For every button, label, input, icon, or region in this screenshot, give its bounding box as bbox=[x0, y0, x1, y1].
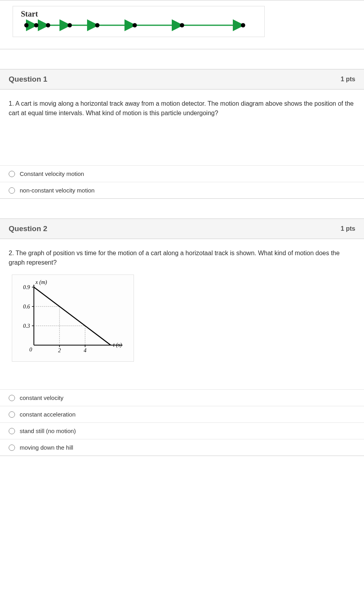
q2-option-3[interactable]: moving down the hill bbox=[0, 439, 364, 456]
q1-radio-1[interactable] bbox=[9, 187, 15, 194]
q2-radio-2[interactable] bbox=[9, 428, 15, 434]
question-2-text: 2. The graph of position vs time for the… bbox=[9, 248, 355, 267]
q2-option-label-2: stand still (no motion) bbox=[20, 428, 76, 434]
question-1-title: Question 1 bbox=[9, 75, 47, 84]
svg-point-12 bbox=[133, 23, 137, 28]
question-1-points: 1 pts bbox=[341, 76, 355, 83]
svg-point-13 bbox=[180, 23, 184, 28]
q2-radio-0[interactable] bbox=[9, 395, 15, 401]
question-1-text: 1. A cart is movig along a horizontal tr… bbox=[0, 90, 364, 122]
question-2-points: 1 pts bbox=[341, 225, 355, 232]
question-2: Question 2 1 pts 2. The graph of positio… bbox=[0, 219, 364, 456]
q1-option-0[interactable]: Constant velocity motion bbox=[0, 165, 364, 182]
question-2-options: constant velocityconstant accelerationst… bbox=[0, 389, 364, 456]
q2-option-1[interactable]: constant acceleration bbox=[0, 406, 364, 422]
q1-radio-0[interactable] bbox=[9, 171, 15, 177]
q2-radio-3[interactable] bbox=[9, 445, 15, 451]
q2-option-2[interactable]: stand still (no motion) bbox=[0, 422, 364, 439]
q2-option-label-0: constant velocity bbox=[20, 394, 63, 401]
q1-option-1[interactable]: non-constant velocity motion bbox=[0, 182, 364, 198]
q2-option-label-3: moving down the hill bbox=[20, 444, 73, 451]
question-1-options: Constant velocity motionnon-constant vel… bbox=[0, 165, 364, 199]
question-2-header: Question 2 1 pts bbox=[0, 219, 364, 239]
question-1: Question 1 1 pts 1. A cart is movig alon… bbox=[0, 69, 364, 199]
motion-diagram-box: Start bbox=[13, 6, 265, 37]
svg-point-11 bbox=[95, 23, 100, 28]
graph-svg: 0.30.60.9024x (m)t (s) bbox=[12, 277, 130, 356]
q2-option-0[interactable]: constant velocity bbox=[0, 389, 364, 406]
question-1-header: Question 1 1 pts bbox=[0, 69, 364, 90]
start-label: Start bbox=[21, 9, 259, 19]
svg-text:0.3: 0.3 bbox=[23, 323, 30, 329]
svg-text:2: 2 bbox=[58, 347, 61, 353]
svg-point-10 bbox=[68, 23, 72, 28]
svg-point-8 bbox=[34, 23, 39, 28]
q2-radio-1[interactable] bbox=[9, 411, 15, 418]
svg-point-7 bbox=[24, 23, 29, 28]
question-2-title: Question 2 bbox=[9, 224, 47, 233]
position-time-graph: 0.30.60.9024x (m)t (s) bbox=[12, 275, 134, 362]
question-2-body: 2. The graph of position vs time for the… bbox=[0, 239, 364, 370]
svg-text:t (s): t (s) bbox=[113, 342, 122, 348]
q1-option-label-1: non-constant velocity motion bbox=[20, 187, 95, 194]
q1-option-label-0: Constant velocity motion bbox=[20, 170, 84, 177]
q2-option-label-1: constant acceleration bbox=[20, 411, 76, 418]
svg-text:4: 4 bbox=[84, 347, 87, 353]
motion-diagram-svg bbox=[19, 19, 255, 31]
svg-text:0: 0 bbox=[30, 347, 32, 353]
svg-point-9 bbox=[46, 23, 50, 28]
svg-text:0.6: 0.6 bbox=[23, 304, 30, 310]
svg-point-14 bbox=[241, 23, 245, 28]
motion-diagram-section: Start bbox=[0, 0, 364, 49]
svg-text:x (m): x (m) bbox=[35, 279, 47, 286]
svg-text:0.9: 0.9 bbox=[23, 284, 30, 290]
